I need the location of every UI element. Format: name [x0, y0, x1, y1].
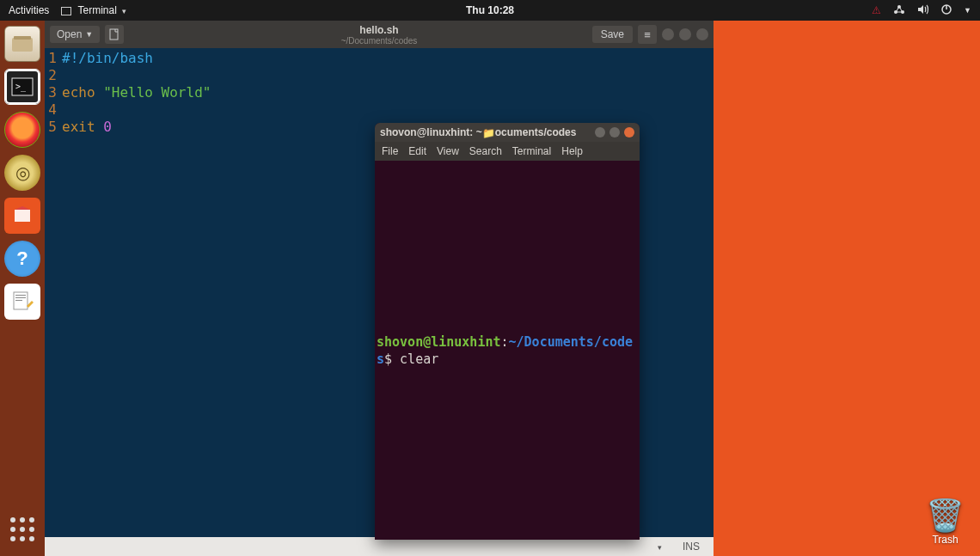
- svg-rect-11: [15, 295, 26, 296]
- terminal-body[interactable]: shovon@linuxhint:~/Documents/codes$ clea…: [375, 161, 640, 540]
- new-document-button[interactable]: [105, 25, 124, 44]
- system-menu-chevron-icon[interactable]: ▼: [964, 6, 971, 15]
- dock-rhythmbox[interactable]: ◎: [4, 155, 40, 191]
- terminal-title-text: shovon@linuxhint: ~📁ocuments/codes: [380, 126, 595, 139]
- open-button-label: Open: [57, 28, 82, 40]
- line-number-gutter: 1 2 3 4 5: [45, 48, 58, 537]
- app-menu[interactable]: Terminal: [61, 4, 126, 16]
- window-maximize-button[interactable]: [679, 28, 691, 40]
- svg-rect-13: [15, 300, 22, 301]
- editor-headerbar: Open ▼ hello.sh ~/Documents/codes Save ≡: [45, 21, 714, 48]
- network-icon[interactable]: [893, 4, 905, 17]
- editor-filepath: ~/Documents/codes: [341, 36, 418, 46]
- editor-filename: hello.sh: [341, 24, 418, 36]
- app-menu-label: Terminal: [77, 4, 116, 16]
- svg-rect-9: [15, 210, 30, 222]
- window-close-button[interactable]: [696, 28, 708, 40]
- editor-statusbar: INS: [45, 537, 714, 556]
- menu-help[interactable]: Help: [561, 145, 583, 157]
- trash-label: Trash: [926, 534, 965, 546]
- terminal-icon: [61, 7, 71, 15]
- chevron-down-icon: ▼: [85, 30, 93, 39]
- dock-terminal[interactable]: >_: [4, 69, 40, 105]
- dock-help[interactable]: ?: [4, 241, 40, 277]
- window-minimize-button[interactable]: [662, 28, 674, 40]
- save-button[interactable]: Save: [592, 26, 633, 43]
- terminal-menubar: File Edit View Search Terminal Help: [375, 142, 640, 161]
- trash-icon: 🗑️: [926, 498, 965, 534]
- menu-view[interactable]: View: [437, 145, 459, 157]
- status-language-dropdown[interactable]: [652, 541, 662, 553]
- svg-rect-6: [14, 36, 31, 40]
- svg-text:>_: >_: [15, 82, 27, 92]
- dock-files[interactable]: [4, 26, 40, 62]
- menu-file[interactable]: File: [382, 145, 398, 157]
- terminal-minimize-button[interactable]: [595, 127, 605, 137]
- terminal-close-button[interactable]: [624, 127, 634, 137]
- terminal-titlebar[interactable]: shovon@linuxhint: ~📁ocuments/codes: [375, 123, 640, 142]
- terminal-maximize-button[interactable]: [609, 127, 620, 137]
- power-icon[interactable]: [941, 4, 952, 17]
- svg-rect-5: [12, 38, 33, 52]
- top-panel: Activities Terminal Thu 10:28 ⚠ ▼: [0, 0, 980, 21]
- dock-text-editor[interactable]: [4, 284, 40, 320]
- folder-icon: 📁: [482, 127, 495, 139]
- terminal-command: clear: [400, 351, 438, 367]
- editor-title: hello.sh ~/Documents/codes: [341, 24, 418, 46]
- clock[interactable]: Thu 10:28: [466, 4, 514, 16]
- terminal-window: shovon@linuxhint: ~📁ocuments/codes File …: [375, 123, 640, 540]
- menu-search[interactable]: Search: [469, 145, 502, 157]
- update-alert-icon[interactable]: ⚠: [872, 4, 881, 16]
- menu-edit[interactable]: Edit: [408, 145, 426, 157]
- hamburger-menu-button[interactable]: ≡: [638, 25, 657, 44]
- svg-rect-14: [110, 29, 118, 40]
- menu-terminal[interactable]: Terminal: [512, 145, 551, 157]
- dock: >_ ◎ ?: [0, 21, 45, 556]
- volume-icon[interactable]: [917, 4, 929, 17]
- dock-show-apps[interactable]: [4, 511, 40, 547]
- svg-rect-12: [15, 297, 26, 298]
- dock-firefox[interactable]: [4, 112, 40, 148]
- desktop-trash[interactable]: 🗑️ Trash: [926, 498, 965, 546]
- activities-button[interactable]: Activities: [9, 4, 49, 16]
- status-insert-mode: INS: [683, 541, 700, 553]
- terminal-prompt-line: shovon@linuxhint:~/Documents/codes$ clea…: [377, 334, 638, 368]
- open-button[interactable]: Open ▼: [50, 26, 100, 43]
- dock-software[interactable]: [4, 198, 40, 234]
